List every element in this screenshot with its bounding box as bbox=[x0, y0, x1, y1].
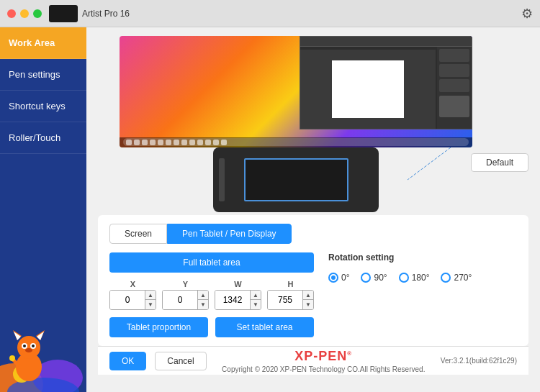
footer: OK Cancel XP-PEN® Copyright © 2020 XP-PE… bbox=[98, 346, 528, 375]
x-group: X ▲ ▼ bbox=[109, 280, 156, 310]
footer-logo: XP-PEN® bbox=[294, 349, 352, 364]
monitor-dock bbox=[123, 138, 469, 146]
sidebar-item-shortcut-keys[interactable]: Shortcut keys bbox=[0, 91, 86, 122]
y-group: Y ▲ ▼ bbox=[162, 280, 209, 310]
rotation-0[interactable]: 0° bbox=[328, 273, 349, 283]
footer-center: XP-PEN® Copyright © 2020 XP-PEN Technolo… bbox=[222, 349, 425, 373]
y-spinners: ▲ ▼ bbox=[197, 291, 208, 309]
right-controls: Rotation setting 0° 90° 180° bbox=[328, 252, 517, 283]
svg-point-12 bbox=[23, 345, 26, 347]
footer-copyright: Copyright © 2020 XP-PEN Technology CO.Al… bbox=[222, 365, 425, 373]
w-input-wrap: ▲ ▼ bbox=[215, 290, 261, 310]
footer-version: Ver:3.2.1(build:62f1c29) bbox=[441, 357, 517, 365]
svg-marker-9 bbox=[37, 332, 44, 340]
h-input-wrap: ▲ ▼ bbox=[267, 290, 314, 310]
radio-0[interactable] bbox=[328, 273, 338, 283]
w-group: W ▲ ▼ bbox=[215, 280, 261, 310]
tablet-proportion-button[interactable]: Tablet proportion bbox=[109, 317, 208, 337]
tab-pen-tablet[interactable]: Pen Tablet / Pen Display bbox=[167, 224, 292, 244]
default-btn-container: Default bbox=[471, 153, 528, 172]
x-down-spinner[interactable]: ▼ bbox=[145, 300, 156, 309]
rotation-270[interactable]: 270° bbox=[441, 273, 472, 283]
full-tablet-area-button[interactable]: Full tablet area bbox=[109, 252, 314, 273]
sidebar-item-work-area[interactable]: Work Area bbox=[0, 27, 86, 59]
h-up-spinner[interactable]: ▲ bbox=[303, 291, 313, 300]
sidebar-item-roller-touch[interactable]: Roller/Touch bbox=[0, 122, 86, 154]
x-up-spinner[interactable]: ▲ bbox=[145, 291, 156, 300]
monitor-display bbox=[120, 36, 472, 147]
rotation-90[interactable]: 90° bbox=[361, 273, 387, 283]
device-icon bbox=[49, 5, 78, 22]
left-controls: Full tablet area X ▲ ▼ bbox=[109, 252, 314, 337]
h-spinners: ▲ ▼ bbox=[302, 291, 313, 309]
y-input[interactable] bbox=[163, 291, 197, 309]
title-bar: Artist Pro 16 ⚙ bbox=[0, 0, 540, 27]
svg-marker-8 bbox=[14, 332, 21, 340]
minimize-button[interactable] bbox=[20, 9, 29, 18]
x-input[interactable] bbox=[110, 291, 145, 309]
default-button[interactable]: Default bbox=[471, 153, 528, 172]
w-spinners: ▲ ▼ bbox=[250, 291, 261, 309]
content-area: Default Screen Pen Tablet / Pen Display … bbox=[86, 27, 540, 392]
svg-point-14 bbox=[25, 348, 32, 352]
ps-panel bbox=[437, 47, 472, 129]
h-label: H bbox=[288, 280, 294, 288]
sidebar-item-pen-settings[interactable]: Pen settings bbox=[0, 59, 86, 91]
footer-left: OK Cancel bbox=[109, 352, 207, 370]
y-label: Y bbox=[183, 280, 188, 288]
action-buttons: Tablet proportion Set tablet area bbox=[109, 317, 314, 337]
x-input-wrap: ▲ ▼ bbox=[109, 290, 156, 310]
w-down-spinner[interactable]: ▼ bbox=[251, 300, 261, 309]
xywh-row: X ▲ ▼ Y bbox=[109, 280, 314, 310]
rotation-label: Rotation setting bbox=[328, 252, 517, 263]
y-input-wrap: ▲ ▼ bbox=[162, 290, 209, 310]
tab-screen[interactable]: Screen bbox=[109, 224, 167, 244]
traffic-lights bbox=[7, 9, 42, 18]
x-label: X bbox=[130, 280, 135, 288]
y-up-spinner[interactable]: ▲ bbox=[198, 291, 208, 300]
diagram-container: Default bbox=[98, 36, 528, 212]
svg-point-5 bbox=[17, 336, 40, 359]
x-spinners: ▲ ▼ bbox=[145, 291, 156, 309]
tablet-body bbox=[213, 147, 379, 212]
svg-line-18 bbox=[408, 147, 451, 180]
set-tablet-area-button[interactable]: Set tablet area bbox=[215, 317, 314, 337]
tablet-side-buttons bbox=[219, 158, 225, 201]
monitor-screenshot bbox=[120, 36, 472, 147]
tablet-diagram bbox=[213, 147, 379, 212]
photoshop-window bbox=[300, 36, 472, 129]
cancel-button[interactable]: Cancel bbox=[155, 352, 206, 370]
ps-titlebar bbox=[300, 37, 472, 47]
y-down-spinner[interactable]: ▼ bbox=[198, 300, 208, 309]
close-button[interactable] bbox=[7, 9, 16, 18]
h-input[interactable] bbox=[268, 291, 302, 309]
radio-90[interactable] bbox=[361, 273, 371, 283]
svg-point-13 bbox=[32, 345, 35, 347]
w-input[interactable] bbox=[215, 291, 250, 309]
settings-icon[interactable]: ⚙ bbox=[521, 6, 533, 22]
rotation-options: 0° 90° 180° 270° bbox=[328, 273, 517, 283]
device-name: Artist Pro 16 bbox=[82, 9, 130, 19]
radio-270[interactable] bbox=[441, 273, 451, 283]
radio-180[interactable] bbox=[399, 273, 409, 283]
controls-section: Screen Pen Tablet / Pen Display Full tab… bbox=[98, 215, 528, 346]
mascot-fox bbox=[7, 327, 50, 385]
rotation-180[interactable]: 180° bbox=[399, 273, 430, 283]
tabs-row: Screen Pen Tablet / Pen Display bbox=[109, 224, 517, 244]
svg-point-16 bbox=[9, 355, 15, 361]
controls-row: Full tablet area X ▲ ▼ bbox=[109, 252, 517, 337]
w-label: W bbox=[234, 280, 241, 288]
tablet-active-area bbox=[244, 158, 348, 201]
h-group: H ▲ ▼ bbox=[267, 280, 314, 310]
w-up-spinner[interactable]: ▲ bbox=[251, 291, 261, 300]
maximize-button[interactable] bbox=[33, 9, 42, 18]
sidebar: Work Area Pen settings Shortcut keys Rol… bbox=[0, 27, 86, 392]
ok-button[interactable]: OK bbox=[109, 352, 146, 370]
device-info: Artist Pro 16 bbox=[49, 5, 130, 22]
h-down-spinner[interactable]: ▼ bbox=[303, 300, 313, 309]
main-layout: Work Area Pen settings Shortcut keys Rol… bbox=[0, 27, 540, 392]
